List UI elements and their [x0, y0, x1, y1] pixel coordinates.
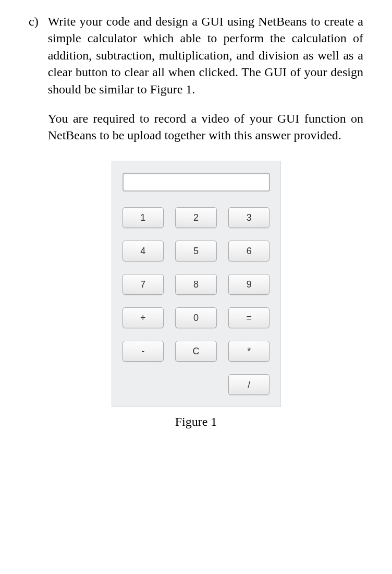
plus-button[interactable]: +: [123, 307, 164, 328]
question-content: Write your code and design a GUI using N…: [48, 13, 363, 144]
digit-2-button[interactable]: 2: [175, 207, 217, 228]
divide-button[interactable]: /: [228, 374, 270, 395]
digit-9-button[interactable]: 9: [228, 274, 270, 295]
multiply-button[interactable]: *: [228, 341, 270, 362]
question-label: c): [29, 13, 39, 144]
digit-4-button[interactable]: 4: [123, 241, 164, 261]
figure-caption: Figure 1: [29, 413, 363, 430]
question-paragraph-2: You are required to record a video of yo…: [48, 110, 363, 144]
calculator-panel: 1 2 3 4 5 6 7 8 9 + 0 = - C * /: [112, 161, 281, 407]
digit-6-button[interactable]: 6: [228, 241, 270, 261]
digit-1-button[interactable]: 1: [123, 207, 164, 228]
question-block: c) Write your code and design a GUI usin…: [29, 13, 363, 144]
display-row: [123, 173, 270, 192]
digit-5-button[interactable]: 5: [175, 241, 217, 261]
digit-7-button[interactable]: 7: [123, 274, 164, 295]
question-paragraph-1: Write your code and design a GUI using N…: [48, 13, 363, 98]
digit-8-button[interactable]: 8: [175, 274, 217, 295]
equals-button[interactable]: =: [228, 307, 270, 328]
clear-button[interactable]: C: [175, 341, 217, 362]
digit-3-button[interactable]: 3: [228, 207, 270, 228]
digit-0-button[interactable]: 0: [175, 307, 217, 328]
minus-button[interactable]: -: [123, 341, 164, 362]
button-grid: 1 2 3 4 5 6 7 8 9 + 0 = - C * /: [123, 207, 270, 395]
calculator-display[interactable]: [123, 173, 270, 192]
